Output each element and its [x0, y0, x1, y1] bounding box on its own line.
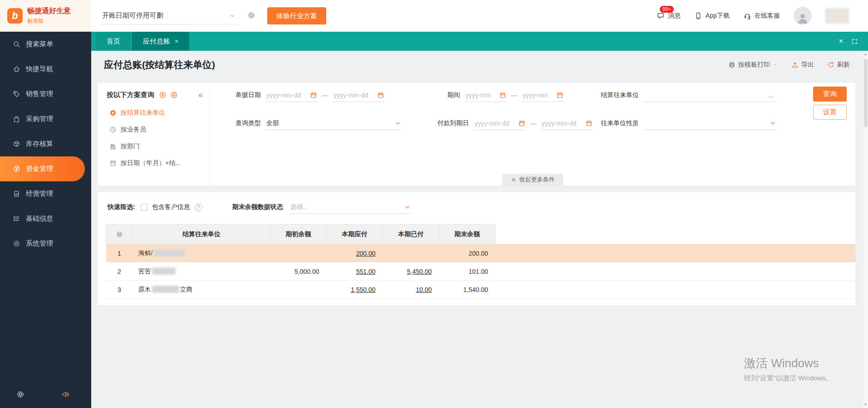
account-period-dropdown[interactable]: 开账日期可停用可删	[100, 7, 237, 24]
balance-status-select[interactable]: 选择...	[289, 200, 411, 214]
calendar-icon[interactable]	[499, 92, 506, 99]
sidebar-item-quick-nav[interactable]: 快捷导航	[0, 57, 91, 82]
scheme-label: 按结算往来单位	[121, 109, 165, 117]
messages-button[interactable]: 99+ 消息	[657, 12, 681, 20]
app-download-button[interactable]: App下载	[694, 12, 730, 20]
column-settings-icon[interactable]	[106, 224, 133, 244]
add-scheme-icon[interactable]	[159, 91, 167, 99]
current-payable-cell: 200.00	[327, 244, 383, 262]
sidebar-item-system[interactable]: 系统管理	[0, 231, 91, 256]
search-icon	[13, 40, 20, 48]
list-icon	[13, 215, 20, 223]
payable-amount-link[interactable]: 1,550.00	[351, 286, 376, 293]
partner-nature-select[interactable]	[643, 117, 776, 130]
partner-input[interactable]	[643, 92, 764, 99]
filter-form: 单据日期 — 期间	[210, 83, 855, 185]
collapse-panel-icon[interactable]: «	[198, 90, 203, 100]
refresh-button[interactable]: 刷新	[827, 61, 850, 69]
query-type-filter: 查询类型 全部	[235, 116, 402, 131]
export-button[interactable]: 导出	[791, 61, 814, 69]
calendar-icon[interactable]	[377, 92, 384, 99]
settings-button[interactable]: 设置	[813, 105, 847, 120]
fullscreen-icon[interactable]	[851, 38, 858, 45]
sidebar-settings-icon[interactable]	[16, 390, 25, 400]
scrollbar-thumb[interactable]	[864, 59, 868, 127]
trial-solution-button[interactable]: 体验行业方案	[267, 7, 326, 24]
refresh-label: 刷新	[837, 61, 850, 69]
table-row[interactable]: 1 海鲜/ 200.00 200.00	[106, 244, 856, 262]
payable-amount-link[interactable]: 551.00	[356, 268, 376, 275]
collapse-more-conditions[interactable]: 收起更多条件	[502, 174, 563, 185]
partner-label: 结算往来单位	[601, 91, 639, 99]
sidebar-sound-icon[interactable]	[61, 390, 69, 400]
sidebar-item-inventory[interactable]: 库存核算	[0, 131, 91, 156]
topbar-settings-icon[interactable]	[247, 11, 255, 21]
due-date-start-input[interactable]	[474, 120, 516, 127]
scheme-by-partner[interactable]: 按结算往来单位	[107, 104, 203, 121]
doc-date-start-field	[265, 88, 317, 102]
doc-date-filter: 单据日期 —	[235, 88, 384, 102]
col-header-closing-balance[interactable]: 期末余额	[439, 224, 495, 244]
sidebar-item-label: 库存核算	[26, 140, 53, 148]
vertical-scrollbar[interactable]: ▲ ▼	[863, 51, 868, 408]
sidebar-item-funds[interactable]: 资金管理	[0, 156, 85, 181]
online-service-button[interactable]: 在线客服	[743, 12, 780, 20]
app-title: 畅捷通好生意	[27, 6, 71, 16]
period-end-input[interactable]	[522, 92, 554, 99]
paid-amount-link[interactable]: 10.00	[416, 286, 432, 293]
table-row[interactable]: 3 原木立商 1,550.00 10.00 1,540.00	[106, 281, 856, 299]
closing-balance-cell: 200.00	[439, 244, 495, 262]
calendar-icon[interactable]	[518, 120, 525, 127]
doc-date-start-input[interactable]	[265, 92, 308, 99]
scheme-settings-icon[interactable]	[170, 91, 178, 99]
calendar-icon[interactable]	[556, 92, 564, 99]
headset-icon	[743, 12, 751, 20]
sidebar-item-purchase[interactable]: 采购管理	[0, 107, 91, 131]
sidebar-item-base-info[interactable]: 基础信息	[0, 206, 91, 231]
user-name-redacted	[825, 8, 849, 24]
row-index: 1	[106, 244, 133, 262]
scroll-down-arrow[interactable]: ▼	[864, 403, 868, 407]
app-logo[interactable]: b 畅捷通好生意 标准版	[0, 0, 91, 32]
chevron-down-icon	[769, 120, 776, 127]
scheme-by-department[interactable]: 按部门	[107, 138, 203, 155]
include-customer-checkbox[interactable]	[141, 204, 147, 211]
user-avatar[interactable]	[794, 7, 812, 25]
calendar-icon[interactable]	[310, 92, 317, 99]
col-header-current-payable[interactable]: 本期应付	[327, 224, 383, 244]
query-type-select[interactable]: 全部	[265, 117, 402, 130]
paid-amount-link[interactable]: 5,450.00	[407, 268, 432, 275]
sidebar-item-search-menu[interactable]: 搜索菜单	[0, 32, 91, 57]
search-button[interactable]: 查询	[813, 87, 847, 102]
tab-bar: 首页 应付总账 × ×	[91, 32, 868, 51]
col-header-current-paid[interactable]: 本期已付	[383, 224, 439, 244]
due-date-end-input[interactable]	[541, 120, 584, 127]
logo-glyph: b	[12, 10, 18, 22]
logo-icon: b	[7, 8, 23, 24]
scroll-up-arrow[interactable]: ▲	[864, 52, 868, 56]
balance-status-label: 期末余额数据状态	[232, 203, 283, 211]
partner-picker-ellipsis[interactable]: …	[766, 92, 776, 99]
filler-cell	[495, 281, 856, 299]
sidebar-item-operations[interactable]: 经营管理	[0, 181, 91, 206]
calendar-icon[interactable]	[585, 120, 593, 127]
topbar-right: 99+ 消息 App下载 在线客服	[657, 7, 868, 25]
col-header-partner[interactable]: 结算往来单位	[133, 224, 270, 244]
tab-payable-ledger[interactable]: 应付总账 ×	[132, 32, 189, 51]
period-start-field	[465, 88, 506, 102]
payable-amount-link[interactable]: 200.00	[356, 250, 376, 257]
help-icon[interactable]: ?	[195, 204, 202, 211]
scheme-by-date[interactable]: 按日期（年月）+结...	[107, 155, 203, 171]
tab-close-icon[interactable]: ×	[175, 38, 178, 45]
scheme-by-salesperson[interactable]: 按业务员	[107, 121, 203, 138]
tag-icon	[13, 90, 20, 98]
col-header-opening-balance[interactable]: 期初余额	[270, 224, 327, 244]
tab-home[interactable]: 首页	[96, 32, 131, 51]
close-all-tabs-icon[interactable]: ×	[839, 37, 843, 45]
print-by-template-button[interactable]: 按模板打印	[728, 61, 778, 69]
doc-date-end-input[interactable]	[333, 92, 375, 99]
sidebar-item-sales[interactable]: 销售管理	[0, 82, 91, 107]
online-service-label: 在线客服	[755, 12, 780, 20]
table-row[interactable]: 2 苦苦 5,000.00 551.00 5,450.00 101.00	[106, 262, 856, 281]
period-start-input[interactable]	[465, 92, 497, 99]
